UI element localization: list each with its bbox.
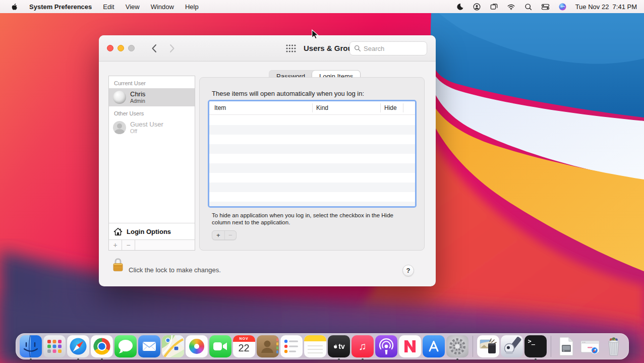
notes-yellow-band xyxy=(304,335,326,341)
dock-calendar-icon[interactable]: NOV 22 xyxy=(233,335,255,357)
music-note-glyph: ♫ xyxy=(359,340,367,352)
menu-clock[interactable]: Tue Nov 22 7:41 PM xyxy=(575,3,637,11)
lock-footer: Click the lock to make changes. ? xyxy=(99,251,436,286)
search-icon xyxy=(354,45,361,52)
dock-mail-icon[interactable] xyxy=(138,335,160,357)
home-icon xyxy=(113,227,123,236)
login-options-button[interactable]: Login Options xyxy=(109,223,195,239)
lock-icon[interactable] xyxy=(112,257,124,272)
dock-reminders-icon[interactable] xyxy=(280,335,303,357)
dock-notes-icon[interactable] xyxy=(304,335,326,357)
tv-label: tv xyxy=(338,342,344,350)
back-button[interactable] xyxy=(148,42,160,54)
sidebar-add-remove-bar: + − xyxy=(109,239,195,250)
zoom-button-disabled xyxy=(128,45,135,51)
calendar-month: NOV xyxy=(233,335,255,342)
login-items-add-remove: + − xyxy=(212,230,237,240)
column-header-kind[interactable]: Kind xyxy=(316,104,328,111)
dock-separator xyxy=(473,336,473,357)
hide-hint-text: To hide an application when you log in, … xyxy=(212,212,404,226)
close-button[interactable] xyxy=(107,45,113,51)
dock-separator xyxy=(551,336,551,357)
column-header-hide[interactable]: Hide xyxy=(384,104,397,111)
mouse-cursor xyxy=(311,29,320,39)
remove-login-item-button[interactable]: − xyxy=(224,231,237,239)
dock-music-icon[interactable]: ♫ xyxy=(352,335,374,357)
dock-contacts-icon[interactable] xyxy=(257,335,279,357)
login-options-label: Login Options xyxy=(127,228,171,235)
minimize-button[interactable] xyxy=(118,45,124,51)
terminal-prompt-glyph: >_ xyxy=(528,338,535,345)
stage-windows-icon[interactable] xyxy=(490,3,498,11)
other-users-label: Other Users xyxy=(109,106,195,118)
user-row-chris[interactable]: Chris Admin xyxy=(109,88,195,106)
remove-user-button[interactable]: − xyxy=(122,240,135,250)
do-not-disturb-moon-icon[interactable] xyxy=(455,3,464,11)
lock-hint-text: Click the lock to make changes. xyxy=(129,266,221,274)
users-sidebar: Current User Chris Admin Other Users Gue… xyxy=(108,76,195,251)
table-body-empty xyxy=(209,115,415,206)
add-user-button[interactable]: + xyxy=(109,240,122,250)
dock-disk-image-document-icon[interactable] xyxy=(555,335,577,357)
dock-finder-icon[interactable] xyxy=(20,335,42,357)
show-all-grid-icon[interactable] xyxy=(285,43,297,53)
dock-photos-icon[interactable] xyxy=(186,335,208,357)
login-items-table[interactable]: Item Kind Hide xyxy=(208,100,417,208)
traffic-lights xyxy=(107,45,135,51)
guest-name: Guest User xyxy=(130,121,163,128)
user-avatar-golf-ball xyxy=(113,91,126,104)
column-divider xyxy=(380,103,381,112)
dock-podcasts-icon[interactable] xyxy=(375,335,397,357)
user-row-guest[interactable]: Guest User Off xyxy=(109,118,195,137)
login-items-description: These items will open automatically when… xyxy=(212,90,364,97)
current-user-label: Current User xyxy=(109,76,195,88)
column-header-item[interactable]: Item xyxy=(214,104,226,111)
menu-item-view[interactable]: View xyxy=(126,3,140,11)
dock-messages-icon[interactable] xyxy=(114,335,137,357)
search-input[interactable] xyxy=(364,45,419,52)
dock-automator-icon[interactable] xyxy=(501,335,523,357)
system-preferences-window: Users & Groups Current User Chris Admin … xyxy=(99,35,436,286)
column-divider xyxy=(403,103,403,112)
help-button[interactable]: ? xyxy=(402,265,414,276)
dock-maps-icon[interactable] xyxy=(162,335,184,357)
wifi-icon[interactable] xyxy=(507,3,515,11)
dock-safari-icon[interactable] xyxy=(67,335,89,357)
siri-icon[interactable] xyxy=(558,3,567,11)
menu-bar: System Preferences Edit View Window Help xyxy=(0,0,644,13)
dock-trash-icon[interactable] xyxy=(603,335,625,357)
dock-terminal-icon[interactable]: >_ xyxy=(524,335,547,357)
user-account-icon[interactable] xyxy=(473,3,481,11)
menu-app-name[interactable]: System Preferences xyxy=(29,3,92,11)
dock-launchpad-icon[interactable] xyxy=(43,335,66,357)
dock-appstore-icon[interactable] xyxy=(423,335,445,357)
spotlight-search-icon[interactable] xyxy=(524,3,533,11)
forward-button[interactable] xyxy=(166,42,178,54)
desktop-screen: System Preferences Edit View Window Help xyxy=(0,0,644,363)
guest-status: Off xyxy=(130,128,163,134)
dock: NOV 22 xyxy=(16,333,629,359)
search-field[interactable] xyxy=(349,41,427,55)
login-items-panel: These items will open automatically when… xyxy=(199,77,425,251)
dock-safari-window-file-icon[interactable] xyxy=(579,335,601,357)
menu-item-window[interactable]: Window xyxy=(151,3,174,11)
control-center-icon[interactable] xyxy=(541,3,550,11)
dock-chrome-icon[interactable] xyxy=(91,335,113,357)
dock-appletv-icon[interactable]: tv xyxy=(328,335,350,357)
menu-item-help[interactable]: Help xyxy=(185,3,199,11)
window-titlebar[interactable]: Users & Groups xyxy=(99,35,436,62)
apple-menu-icon[interactable] xyxy=(10,3,18,11)
user-role: Admin xyxy=(130,98,145,104)
dock-facetime-icon[interactable] xyxy=(209,335,231,357)
dock-system-preferences-icon[interactable] xyxy=(446,335,469,357)
menu-item-edit[interactable]: Edit xyxy=(103,3,114,11)
user-name: Chris xyxy=(130,91,145,98)
guest-avatar-icon xyxy=(113,121,126,134)
table-header: Item Kind Hide xyxy=(209,101,415,115)
calendar-day: 22 xyxy=(233,342,255,354)
apple-logo-icon xyxy=(332,343,338,350)
dock-preview-icon[interactable] xyxy=(477,335,499,357)
dock-news-icon[interactable] xyxy=(399,335,421,357)
column-divider xyxy=(312,103,313,112)
add-login-item-button[interactable]: + xyxy=(212,231,224,239)
